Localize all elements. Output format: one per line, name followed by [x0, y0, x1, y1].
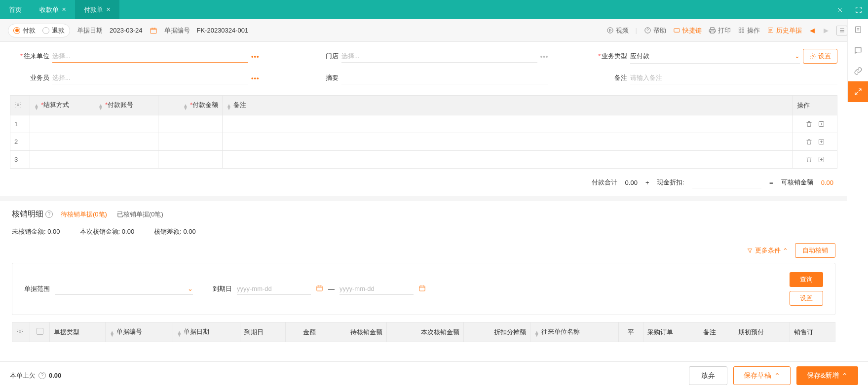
pay-total-label: 付款合计 [592, 178, 617, 187]
more-conditions-link[interactable]: 更多条件⌃ [747, 246, 788, 255]
detail-title: 核销明细? [12, 209, 53, 219]
prev-arrow-icon[interactable]: ◀ [809, 27, 816, 34]
range-select[interactable]: ⌄ [55, 283, 193, 295]
grid-settings-icon[interactable] [12, 322, 30, 342]
save-draft-button[interactable]: 保存草稿⌃ [733, 366, 791, 385]
tab-pay[interactable]: 付款单✕ [75, 0, 119, 19]
fullscreen-button[interactable] [849, 0, 868, 19]
close-window-button[interactable] [830, 0, 849, 19]
auto-writeoff-button[interactable]: 自动核销 [795, 243, 835, 258]
delete-icon[interactable] [805, 138, 813, 145]
help-link[interactable]: 帮助 [644, 26, 666, 35]
col-date[interactable]: ▲▼单据日期 [173, 322, 240, 342]
col-partner[interactable]: ▲▼往来单位名称 [530, 322, 618, 342]
checkbox-all[interactable] [30, 322, 50, 342]
save-new-button[interactable]: 保存&新增⌃ [796, 366, 858, 385]
col-amount2[interactable]: 金额 [285, 322, 320, 342]
col-so[interactable]: 销售订 [790, 322, 835, 342]
view-list-button[interactable] [836, 26, 847, 35]
add-icon[interactable] [818, 120, 825, 128]
due-from-input[interactable] [237, 283, 311, 295]
col-remark2[interactable]: 备注 [699, 322, 734, 342]
col-prepay[interactable]: 期初预付 [734, 322, 790, 342]
store-input[interactable] [341, 50, 537, 63]
calendar-icon[interactable] [150, 27, 157, 35]
remark-input[interactable] [630, 71, 837, 84]
remark-label: 备注 [588, 73, 627, 82]
chevron-up-icon: ⌃ [783, 247, 788, 254]
svg-point-14 [17, 104, 19, 106]
close-icon[interactable]: ✕ [106, 6, 111, 13]
tab-done[interactable]: 已核销单据(0笔) [117, 210, 163, 219]
calendar-icon[interactable] [316, 284, 323, 293]
tab-pending[interactable]: 待核销单据(0笔) [61, 210, 107, 219]
video-link[interactable]: 视频 [606, 26, 629, 35]
help-icon[interactable]: ? [38, 372, 46, 379]
biztype-select[interactable]: 应付款⌄ [630, 49, 800, 64]
table-row[interactable]: 1 [10, 115, 837, 133]
table-settings-icon[interactable] [10, 96, 30, 115]
discount-input[interactable] [692, 177, 761, 188]
shortcut-link[interactable]: 快捷键 [673, 26, 702, 35]
radio-refund[interactable]: 退款 [42, 26, 65, 35]
col-amount[interactable]: ▲▼*付款金额 [158, 96, 223, 115]
col-remark[interactable]: ▲▼备注 [223, 96, 793, 115]
summary-label: 摘要 [299, 73, 339, 82]
col-po[interactable]: 采购订单 [643, 322, 699, 342]
tab-home[interactable]: 首页 [0, 0, 31, 19]
sidebar-message-icon[interactable] [848, 40, 868, 61]
operate-link[interactable]: 操作 [738, 26, 760, 35]
history-link[interactable]: 历史单据 [767, 26, 802, 35]
table-row[interactable]: 3 [10, 151, 837, 169]
print-link[interactable]: 打印 [709, 26, 731, 35]
svg-rect-18 [317, 286, 322, 291]
table-row[interactable]: 2 [10, 133, 837, 151]
due-to-input[interactable] [340, 283, 414, 295]
col-this[interactable]: 本次核销金额 [386, 322, 463, 342]
add-icon[interactable] [818, 138, 825, 145]
close-icon[interactable]: ✕ [62, 6, 66, 13]
svg-rect-7 [742, 31, 744, 33]
col-no[interactable]: ▲▼单据编号 [106, 322, 173, 342]
col-method[interactable]: ▲▼*结算方式 [30, 96, 94, 115]
sidebar-draft-icon[interactable] [848, 19, 868, 40]
chevron-down-icon: ⌄ [794, 52, 800, 60]
help-icon[interactable]: ? [45, 211, 53, 218]
sidebar-expand-icon[interactable] [848, 81, 868, 102]
summary-input[interactable] [341, 71, 549, 84]
filter-settings-button[interactable]: 设置 [790, 291, 823, 306]
partner-picker-icon[interactable]: ••• [251, 53, 260, 60]
calendar-icon[interactable] [418, 284, 426, 293]
date-value[interactable]: 2023-03-24 [110, 27, 143, 34]
no-label: 单据编号 [164, 26, 190, 35]
svg-rect-0 [151, 28, 156, 34]
col-pending[interactable]: 待核销金额 [320, 322, 387, 342]
abandon-button[interactable]: 放弃 [689, 366, 727, 385]
settings-button[interactable]: 设置 [803, 49, 837, 64]
store-picker-icon[interactable]: ••• [540, 53, 549, 60]
delete-icon[interactable] [805, 120, 813, 128]
salesman-label: 业务员 [10, 73, 49, 82]
tab-collect[interactable]: 收款单✕ [31, 0, 75, 19]
writeoff-value: 0.00 [821, 179, 833, 186]
col-balance[interactable]: 平 [618, 322, 643, 342]
svg-rect-21 [855, 27, 861, 33]
col-type[interactable]: 单据类型 [50, 322, 106, 342]
discount-label: 现金折扣: [657, 178, 684, 187]
sidebar-link-icon[interactable] [848, 61, 868, 81]
salesman-input[interactable] [52, 71, 248, 84]
no-value: FK-20230324-001 [197, 27, 249, 34]
detail-table: 单据类型 ▲▼单据编号 ▲▼单据日期 到期日 金额 待核销金额 本次核销金额 折… [12, 322, 835, 342]
delete-icon[interactable] [805, 156, 813, 163]
svg-rect-5 [742, 28, 744, 30]
col-discount[interactable]: 折扣分摊额 [464, 322, 530, 342]
salesman-picker-icon[interactable]: ••• [251, 74, 260, 82]
next-arrow-icon[interactable]: ▶ [823, 27, 830, 34]
col-due[interactable]: 到期日 [240, 322, 285, 342]
col-account[interactable]: ▲▼*付款账号 [94, 96, 158, 115]
radio-pay[interactable]: 付款 [13, 26, 36, 35]
query-button[interactable]: 查询 [790, 272, 823, 287]
chevron-up-icon: ⌃ [774, 372, 780, 380]
add-icon[interactable] [818, 156, 825, 163]
partner-input[interactable] [52, 50, 248, 63]
